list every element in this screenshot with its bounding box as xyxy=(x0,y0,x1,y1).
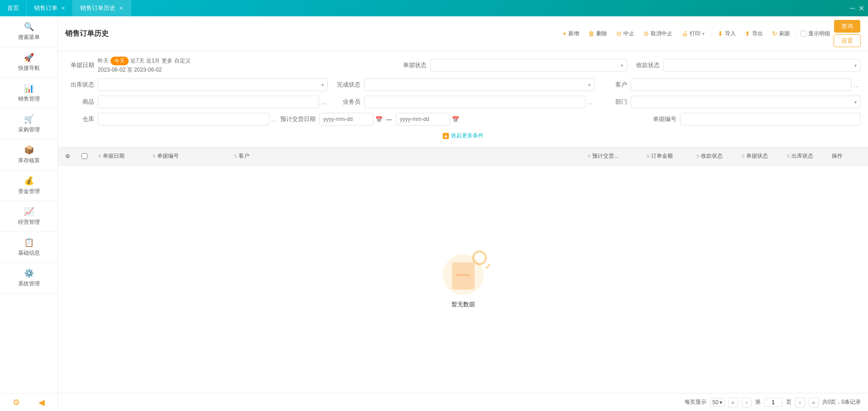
export-icon: ⬆ xyxy=(745,30,750,37)
doc-status-control: ▾ xyxy=(430,59,628,72)
goods-dots[interactable]: ... xyxy=(319,98,328,106)
doc-num-input[interactable] xyxy=(680,113,861,126)
toolbar-print-btn[interactable]: 🖨 打印 ▾ xyxy=(679,28,707,39)
warehouse-control: ... xyxy=(98,113,278,126)
col-header-doc-status[interactable]: ⇅ 单据状态 xyxy=(738,152,783,160)
query-button[interactable]: 查询 xyxy=(834,20,860,33)
tab-sales-order-history[interactable]: 销售订单历史 ✕ xyxy=(73,0,131,16)
out-status-label: 出库状态 xyxy=(65,81,98,89)
tab-sales-order-history-close[interactable]: ✕ xyxy=(119,5,123,11)
first-page-btn[interactable]: « xyxy=(728,397,738,407)
table-checkbox-col[interactable] xyxy=(78,153,94,159)
toolbar-cancel-stop-btn[interactable]: ⊘ 取消中止 xyxy=(641,28,675,39)
customer-dots[interactable]: ... xyxy=(852,81,861,88)
col-header-action: 操作 xyxy=(828,152,864,160)
doc-status-select[interactable]: ▾ xyxy=(430,59,628,72)
window-minus-btn[interactable]: ─ xyxy=(850,4,855,12)
doc-status-label: 单据状态 xyxy=(394,61,430,69)
warehouse-input[interactable] xyxy=(98,113,269,126)
recv-status-control: ▾ xyxy=(663,59,861,72)
out-status-chevron: ▾ xyxy=(321,82,324,87)
tab-home[interactable]: 首页 xyxy=(0,0,27,16)
filter-row-1: 单据日期 昨天 今天 近7天 近1月 更多 自定义 2023-06-02 至 2… xyxy=(65,57,861,74)
toolbar-stop-btn[interactable]: ⊘ 中止 xyxy=(614,28,637,39)
date-yesterday[interactable]: 昨天 xyxy=(98,57,109,65)
sidebar-item-finance[interactable]: 💰 资金管理 xyxy=(0,170,58,201)
sales-icon: 📊 xyxy=(24,83,34,93)
sidebar-item-system[interactable]: ⚙️ 系统管理 xyxy=(0,263,58,294)
deliver-date-from[interactable] xyxy=(319,113,374,126)
calendar-icon-to[interactable]: 📅 xyxy=(452,116,459,123)
goods-control: ... xyxy=(98,96,328,108)
sort-icon-amount: ⇅ xyxy=(646,154,650,159)
search-menu-icon: 🔍 xyxy=(24,22,34,32)
date-today-tag[interactable]: 今天 xyxy=(110,57,129,65)
toolbar-cancel-stop-label: 取消中止 xyxy=(651,30,672,38)
sidebar-item-system-label: 系统管理 xyxy=(18,280,40,288)
complete-status-label: 完成状态 xyxy=(328,81,364,89)
col-action-label: 操作 xyxy=(832,152,843,160)
table-select-all[interactable] xyxy=(82,153,87,159)
toolbar-import-btn[interactable]: ⬇ 导入 xyxy=(715,28,739,39)
col-header-recv-status[interactable]: ⇅ 收款状态 xyxy=(692,152,738,160)
sidebar-collapse-btn[interactable]: ◀ xyxy=(38,397,45,407)
calendar-icon-from[interactable]: 📅 xyxy=(375,116,383,123)
col-deliver-label: 预计交货... xyxy=(592,152,619,160)
salesperson-input[interactable] xyxy=(364,96,585,108)
warehouse-dots[interactable]: ... xyxy=(269,116,278,123)
col-header-customer[interactable]: ⇅ 客户 xyxy=(230,152,584,160)
complete-status-chevron: ▾ xyxy=(588,82,590,87)
col-header-deliver[interactable]: ⇅ 预计交货... xyxy=(584,152,643,160)
page-size-value: 50 xyxy=(712,399,718,406)
tab-sales-order[interactable]: 销售订单 ✕ xyxy=(27,0,73,16)
customer-control: ... xyxy=(631,78,861,91)
date-7days[interactable]: 近7天 xyxy=(130,57,144,65)
complete-status-select[interactable]: ▾ xyxy=(364,78,594,91)
sidebar-settings-btn[interactable]: ⚙ xyxy=(13,397,20,407)
display-dense-checkbox[interactable] xyxy=(801,31,806,37)
page-size-select[interactable]: 50 ▾ xyxy=(710,398,724,407)
out-status-select[interactable]: ▾ xyxy=(98,78,328,91)
next-page-icon: › xyxy=(799,400,801,405)
salesperson-dots[interactable]: ... xyxy=(585,98,595,106)
toolbar-add-btn[interactable]: + 新增 xyxy=(560,28,582,39)
last-page-btn[interactable]: » xyxy=(809,397,819,407)
col-header-out-status[interactable]: ⇅ 出库状态 xyxy=(783,152,828,160)
settings-button[interactable]: 设置 xyxy=(834,34,861,47)
col-header-date[interactable]: ⇅ 单据日期 xyxy=(94,152,149,160)
toolbar-refresh-btn[interactable]: ↻ 刷新 xyxy=(769,28,793,39)
goods-input[interactable] xyxy=(98,96,319,108)
collapse-row[interactable]: 🔼 收起更多条件 xyxy=(65,130,861,141)
page-num-input[interactable] xyxy=(764,398,782,407)
table-settings-col[interactable]: ⚙ xyxy=(62,153,78,160)
next-page-btn[interactable]: › xyxy=(795,397,805,407)
deliver-date-to[interactable] xyxy=(396,113,450,126)
dept-select[interactable]: ▾ xyxy=(631,96,861,108)
sidebar-item-quicknav[interactable]: 🚀 快捷导航 xyxy=(0,47,58,78)
sidebar-item-search[interactable]: 🔍 搜索菜单 xyxy=(0,16,58,47)
toolbar-export-label: 导出 xyxy=(752,30,763,38)
sidebar-item-sales[interactable]: 📊 销售管理 xyxy=(0,78,58,109)
customer-input[interactable] xyxy=(631,78,852,91)
doc-num-label: 单据编号 xyxy=(644,115,680,123)
sidebar-item-operations[interactable]: 📈 经营管理 xyxy=(0,201,58,232)
sidebar-item-purchase[interactable]: 🛒 采购管理 xyxy=(0,109,58,140)
tab-sales-order-close[interactable]: ✕ xyxy=(61,5,65,11)
sidebar-item-inventory[interactable]: 📦 库存核算 xyxy=(0,140,58,170)
toolbar-export-btn[interactable]: ⬆ 导出 xyxy=(742,28,766,39)
sidebar-item-basic-info[interactable]: 📋 基础信息 xyxy=(0,232,58,263)
date-month[interactable]: 近1月 xyxy=(146,57,160,65)
print-arrow-icon: ▾ xyxy=(702,31,705,36)
toolbar-delete-btn[interactable]: 🗑 删除 xyxy=(585,28,610,39)
col-header-num[interactable]: ⇅ 单据编号 xyxy=(149,152,230,160)
window-close-btn[interactable]: ✕ xyxy=(858,4,864,13)
deliver-date-sep: — xyxy=(384,116,394,123)
tab-sales-order-label: 销售订单 xyxy=(34,4,58,12)
date-custom[interactable]: 自定义 xyxy=(174,57,191,65)
display-dense-toggle[interactable]: 显示明细 xyxy=(801,30,830,38)
date-more[interactable]: 更多 xyxy=(162,57,173,65)
recv-status-select[interactable]: ▾ xyxy=(663,59,861,72)
col-header-amount[interactable]: ⇅ 订单金额 xyxy=(643,152,692,160)
prev-page-btn[interactable]: ‹ xyxy=(742,397,752,407)
date-filter-control: 昨天 今天 近7天 近1月 更多 自定义 2023-06-02 至 2023-0… xyxy=(98,57,394,74)
